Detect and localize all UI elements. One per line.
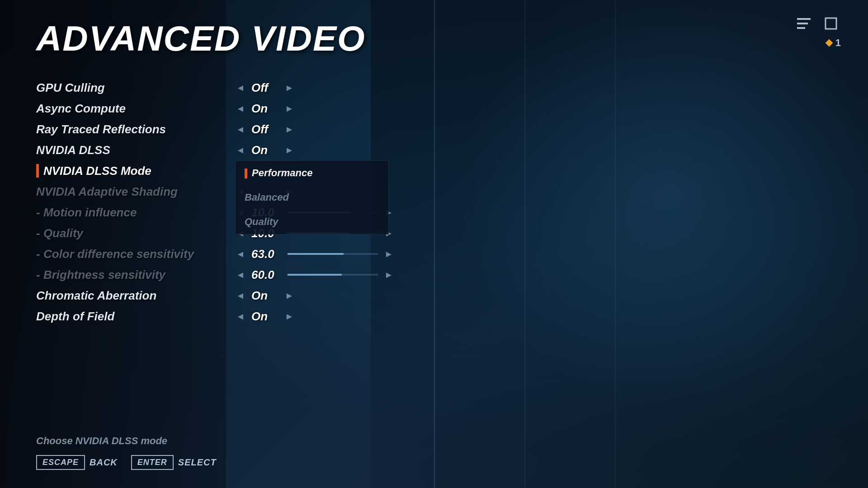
back-label: BACK bbox=[90, 457, 118, 468]
dropdown-item-performance[interactable]: Performance bbox=[236, 161, 388, 185]
arrow-left-nvidia-dlss[interactable]: ◄ bbox=[235, 145, 246, 155]
setting-row-quality[interactable]: - Quality◄10.0► bbox=[36, 223, 868, 244]
active-indicator-nvidia-dlss-mode bbox=[36, 164, 39, 178]
setting-label-quality: - Quality bbox=[36, 226, 235, 240]
arrow-left-ray-traced-reflections[interactable]: ◄ bbox=[235, 124, 246, 135]
setting-row-nvidia-dlss-mode[interactable]: NVIDIA DLSS ModePerformanceBalancedQuali… bbox=[36, 160, 868, 181]
setting-value-brightness-sensitivity: 60.0 bbox=[251, 268, 278, 282]
arrow-right-async-compute[interactable]: ► bbox=[284, 103, 295, 114]
setting-label-brightness-sensitivity: - Brightness sensitivity bbox=[36, 268, 235, 282]
main-content: ADVANCED VIDEO GPU Culling◄Off►Async Com… bbox=[0, 0, 868, 327]
enter-key[interactable]: ENTER bbox=[131, 455, 174, 470]
setting-control-gpu-culling: ◄Off► bbox=[235, 81, 295, 95]
arrow-left-brightness-sensitivity[interactable]: ◄ bbox=[235, 270, 246, 280]
setting-row-nvidia-dlss[interactable]: NVIDIA DLSS◄On► bbox=[36, 140, 868, 160]
setting-label-ray-traced-reflections: Ray Traced Reflections bbox=[36, 122, 235, 136]
setting-control-depth-of-field: ◄On► bbox=[235, 310, 295, 324]
settings-list: GPU Culling◄Off►Async Compute◄On►Ray Tra… bbox=[36, 77, 868, 327]
setting-control-chromatic-aberration: ◄On► bbox=[235, 289, 295, 303]
page-title: ADVANCED VIDEO bbox=[36, 18, 868, 59]
enter-hint: ENTER SELECT bbox=[131, 455, 217, 470]
setting-row-nvidia-adaptive-shading[interactable]: NVIDIA Adaptive Shading◄► bbox=[36, 181, 868, 202]
setting-label-depth-of-field: Depth of Field bbox=[36, 310, 235, 324]
arrow-right-nvidia-dlss[interactable]: ► bbox=[284, 145, 295, 155]
arrow-right-gpu-culling[interactable]: ► bbox=[284, 83, 295, 93]
key-hints: ESCAPE BACK ENTER SELECT bbox=[36, 455, 217, 470]
arrow-left-color-diff-sensitivity[interactable]: ◄ bbox=[235, 249, 246, 259]
arrow-right-ray-traced-reflections[interactable]: ► bbox=[284, 124, 295, 135]
setting-label-nvidia-dlss-mode: NVIDIA DLSS Mode bbox=[43, 164, 242, 178]
slider-track-color-diff-sensitivity[interactable] bbox=[288, 253, 378, 255]
setting-label-gpu-culling: GPU Culling bbox=[36, 81, 235, 95]
setting-value-nvidia-dlss: On bbox=[251, 143, 278, 157]
setting-control-color-diff-sensitivity: ◄63.0► bbox=[235, 247, 394, 261]
setting-row-ray-traced-reflections[interactable]: Ray Traced Reflections◄Off► bbox=[36, 119, 868, 140]
setting-control-brightness-sensitivity: ◄60.0► bbox=[235, 268, 394, 282]
setting-label-chromatic-aberration: Chromatic Aberration bbox=[36, 289, 235, 303]
setting-value-ray-traced-reflections: Off bbox=[251, 122, 278, 136]
setting-control-nvidia-dlss: ◄On► bbox=[235, 143, 295, 157]
setting-row-color-diff-sensitivity[interactable]: - Color difference sensitivity◄63.0► bbox=[36, 244, 868, 264]
setting-row-gpu-culling[interactable]: GPU Culling◄Off► bbox=[36, 77, 868, 98]
setting-label-color-diff-sensitivity: - Color difference sensitivity bbox=[36, 247, 235, 261]
arrow-left-depth-of-field[interactable]: ◄ bbox=[235, 311, 246, 322]
setting-value-gpu-culling: Off bbox=[251, 81, 278, 95]
arrow-right-brightness-sensitivity[interactable]: ► bbox=[383, 270, 394, 280]
setting-row-motion-influence[interactable]: - Motion influence◄10.0► bbox=[36, 202, 868, 223]
setting-label-async-compute: Async Compute bbox=[36, 102, 235, 116]
escape-hint: ESCAPE BACK bbox=[36, 455, 118, 470]
dropdown-dlss-mode: PerformanceBalancedQuality bbox=[235, 160, 389, 235]
setting-row-depth-of-field[interactable]: Depth of Field◄On► bbox=[36, 306, 868, 327]
slider-track-brightness-sensitivity[interactable] bbox=[288, 274, 378, 276]
setting-value-chromatic-aberration: On bbox=[251, 289, 278, 303]
dropdown-item-quality[interactable]: Quality bbox=[236, 210, 388, 234]
setting-label-motion-influence: - Motion influence bbox=[36, 206, 235, 220]
arrow-left-gpu-culling[interactable]: ◄ bbox=[235, 83, 246, 93]
escape-key[interactable]: ESCAPE bbox=[36, 455, 85, 470]
arrow-left-chromatic-aberration[interactable]: ◄ bbox=[235, 291, 246, 301]
arrow-right-depth-of-field[interactable]: ► bbox=[284, 311, 295, 322]
setting-value-depth-of-field: On bbox=[251, 310, 278, 324]
hint-text: Choose NVIDIA DLSS mode bbox=[36, 435, 217, 447]
bottom-bar: Choose NVIDIA DLSS mode ESCAPE BACK ENTE… bbox=[36, 435, 217, 470]
setting-row-chromatic-aberration[interactable]: Chromatic Aberration◄On► bbox=[36, 285, 868, 306]
setting-value-color-diff-sensitivity: 63.0 bbox=[251, 247, 278, 261]
arrow-right-chromatic-aberration[interactable]: ► bbox=[284, 291, 295, 301]
arrow-left-async-compute[interactable]: ◄ bbox=[235, 103, 246, 114]
setting-control-async-compute: ◄On► bbox=[235, 102, 295, 116]
setting-row-brightness-sensitivity[interactable]: - Brightness sensitivity◄60.0► bbox=[36, 264, 868, 285]
slider-fill-brightness-sensitivity bbox=[288, 274, 342, 276]
setting-label-nvidia-adaptive-shading: NVIDIA Adaptive Shading bbox=[36, 185, 235, 199]
arrow-right-color-diff-sensitivity[interactable]: ► bbox=[383, 249, 394, 259]
setting-control-ray-traced-reflections: ◄Off► bbox=[235, 122, 295, 136]
dropdown-item-balanced[interactable]: Balanced bbox=[236, 185, 388, 210]
setting-row-async-compute[interactable]: Async Compute◄On► bbox=[36, 98, 868, 119]
setting-label-nvidia-dlss: NVIDIA DLSS bbox=[36, 143, 235, 157]
slider-fill-color-diff-sensitivity bbox=[288, 253, 344, 255]
select-label: SELECT bbox=[178, 457, 217, 468]
setting-value-async-compute: On bbox=[251, 102, 278, 116]
